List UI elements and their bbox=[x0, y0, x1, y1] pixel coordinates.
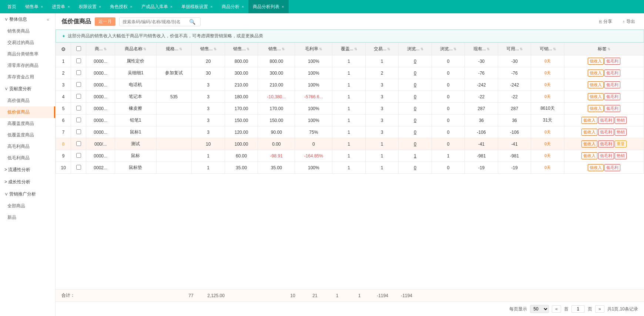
last-page-button[interactable]: » bbox=[595, 305, 604, 313]
browse1-link[interactable]: 0 bbox=[414, 106, 416, 111]
row-checkbox[interactable] bbox=[76, 58, 81, 63]
row-num: 4 bbox=[56, 91, 71, 103]
row-checkbox-cell[interactable] bbox=[71, 162, 86, 174]
row-checkbox-cell[interactable] bbox=[71, 79, 86, 91]
nav-product-analysis[interactable]: 商品分析 × bbox=[217, 0, 248, 13]
row-checkbox-cell[interactable] bbox=[71, 138, 86, 150]
close-icon[interactable]: × bbox=[170, 4, 172, 9]
row-checkbox-cell[interactable] bbox=[71, 103, 86, 115]
close-icon[interactable]: × bbox=[130, 4, 132, 9]
row-browse1[interactable]: 0 bbox=[399, 103, 432, 115]
row-browse1[interactable]: 0 bbox=[399, 55, 432, 67]
th-checkbox[interactable] bbox=[71, 43, 86, 55]
close-icon[interactable]: × bbox=[99, 4, 101, 9]
row-checkbox[interactable] bbox=[76, 118, 81, 122]
row-browse1[interactable]: 0 bbox=[399, 162, 432, 174]
nav-sales-order[interactable]: 销售单 × bbox=[21, 0, 47, 13]
table-row: 30000...电话机3210.00210.00100%1300-242-242… bbox=[56, 79, 644, 91]
nav-product-analysis-list[interactable]: 商品分析列表 × bbox=[248, 0, 288, 13]
row-checkbox-cell[interactable] bbox=[71, 115, 86, 126]
sidebar-group-overview[interactable]: ∨ 整体信息 « bbox=[0, 13, 55, 26]
row-browse1[interactable]: 0 bbox=[399, 138, 432, 150]
row-checkbox[interactable] bbox=[76, 106, 81, 111]
footer-current: -1194 bbox=[370, 293, 395, 298]
row-current: -22 bbox=[465, 91, 498, 103]
row-num: 7 bbox=[56, 126, 71, 138]
row-checkbox[interactable] bbox=[76, 94, 81, 99]
row-browse1[interactable]: 0 bbox=[399, 67, 432, 79]
sidebar-group-circulation[interactable]: > 流通性分析 bbox=[0, 164, 55, 176]
row-checkbox[interactable] bbox=[76, 82, 81, 87]
row-checkbox-cell[interactable] bbox=[71, 55, 86, 67]
sidebar-group-contribution[interactable]: ∨ 贡献度分析 bbox=[0, 83, 55, 95]
row-browse1[interactable]: 0 bbox=[399, 115, 432, 126]
sidebar-item-stock-capital[interactable]: 库存资金占用 bbox=[0, 71, 55, 83]
nav-product-stock[interactable]: 产成品入库单 × bbox=[137, 0, 177, 13]
row-spec bbox=[156, 103, 192, 115]
browse1-link[interactable]: 0 bbox=[414, 71, 416, 76]
close-icon[interactable]: × bbox=[67, 4, 70, 9]
row-browse1[interactable]: 0 bbox=[399, 126, 432, 138]
row-checkbox[interactable] bbox=[76, 129, 81, 134]
row-checkbox[interactable] bbox=[76, 141, 81, 146]
sidebar-item-zero-stock[interactable]: 滞零库存的商品 bbox=[0, 60, 55, 71]
row-checkbox[interactable] bbox=[76, 70, 81, 75]
browse1-link[interactable]: 0 bbox=[414, 94, 416, 99]
browse1-link[interactable]: 0 bbox=[414, 142, 416, 147]
row-checkbox-cell[interactable] bbox=[71, 126, 86, 138]
close-icon[interactable]: × bbox=[282, 4, 284, 9]
nav-home[interactable]: 首页 bbox=[3, 0, 21, 13]
share-button[interactable]: ⎘ 分享 bbox=[596, 17, 615, 26]
sidebar-item-high-value[interactable]: 高价值商品 bbox=[0, 95, 55, 106]
export-button[interactable]: ↑ 导出 bbox=[620, 17, 638, 26]
sidebar-item-low-coverage[interactable]: 低覆盖度商品 bbox=[0, 129, 55, 141]
sidebar-item-low-margin[interactable]: 低毛利商品 bbox=[0, 152, 55, 164]
first-page-button[interactable]: « bbox=[552, 305, 561, 313]
sidebar-item-sales-products[interactable]: 销售类商品 bbox=[0, 26, 55, 37]
sidebar-item-all-products[interactable]: 全部商品 bbox=[0, 200, 55, 212]
browse1-link[interactable]: 0 bbox=[414, 82, 416, 88]
browse1-link[interactable]: 1 bbox=[414, 153, 416, 159]
page-size-select[interactable]: 50 100 200 bbox=[530, 305, 549, 313]
th-settings[interactable]: ⚙ bbox=[56, 43, 71, 55]
browse1-link[interactable]: 0 bbox=[414, 130, 416, 135]
browse1-link[interactable]: 0 bbox=[414, 118, 416, 123]
row-saleable-days: 31天 bbox=[531, 115, 564, 126]
sidebar-group-growth[interactable]: > 成长性分析 bbox=[0, 176, 55, 188]
close-icon[interactable]: × bbox=[210, 4, 212, 9]
row-checkbox-cell[interactable] bbox=[71, 67, 86, 79]
row-browse1[interactable]: 1 bbox=[399, 150, 432, 162]
sidebar-item-high-margin[interactable]: 高毛利商品 bbox=[0, 141, 55, 152]
close-icon[interactable]: × bbox=[41, 4, 43, 9]
row-checkbox[interactable] bbox=[76, 153, 81, 158]
sidebar-group-marketing[interactable]: ∨ 营销推广分析 bbox=[0, 188, 55, 200]
row-tags: 低收入低毛利 bbox=[564, 91, 644, 103]
row-browse1[interactable]: 0 bbox=[399, 79, 432, 91]
sidebar-item-high-coverage[interactable]: 高覆盖度商品 bbox=[0, 118, 55, 129]
select-all-checkbox[interactable] bbox=[76, 46, 81, 51]
row-checkbox[interactable] bbox=[76, 165, 81, 170]
browse1-link[interactable]: 0 bbox=[414, 59, 416, 64]
row-spec: 参加复试 bbox=[156, 67, 192, 79]
row-browse1[interactable]: 0 bbox=[399, 91, 432, 103]
row-checkbox-cell[interactable] bbox=[71, 150, 86, 162]
table-row: 40000...笔记本5353180.00-10,380...-5766.6..… bbox=[56, 91, 644, 103]
page-number-input[interactable] bbox=[571, 305, 585, 313]
row-sales-amt2: -98.91 bbox=[258, 150, 295, 162]
nav-template-settings[interactable]: 单据模板设置 × bbox=[177, 0, 217, 13]
row-checkbox-cell[interactable] bbox=[71, 91, 86, 103]
search-icon[interactable]: 🔍 bbox=[189, 19, 195, 25]
nav-purchase-order[interactable]: 进货单 × bbox=[47, 0, 74, 13]
search-input[interactable] bbox=[123, 19, 189, 24]
close-icon[interactable]: × bbox=[242, 4, 244, 9]
collapse-icon[interactable]: « bbox=[47, 17, 49, 22]
sidebar-item-category-sales-rate[interactable]: 商品分类销售率 bbox=[0, 48, 55, 60]
nav-role-auth[interactable]: 角色授权 × bbox=[105, 0, 137, 13]
sidebar-item-traded-products[interactable]: 交易过的商品 bbox=[0, 37, 55, 48]
sidebar-item-new-products[interactable]: 新品 bbox=[0, 212, 55, 223]
filter-recent-month-button[interactable]: 近一月 bbox=[95, 17, 115, 26]
row-name: 鼠标垫 bbox=[115, 162, 156, 174]
sidebar-item-low-value[interactable]: 低价值商品 bbox=[0, 106, 55, 118]
nav-permission-settings[interactable]: 权限设置 × bbox=[74, 0, 105, 13]
browse1-link[interactable]: 0 bbox=[414, 165, 416, 170]
